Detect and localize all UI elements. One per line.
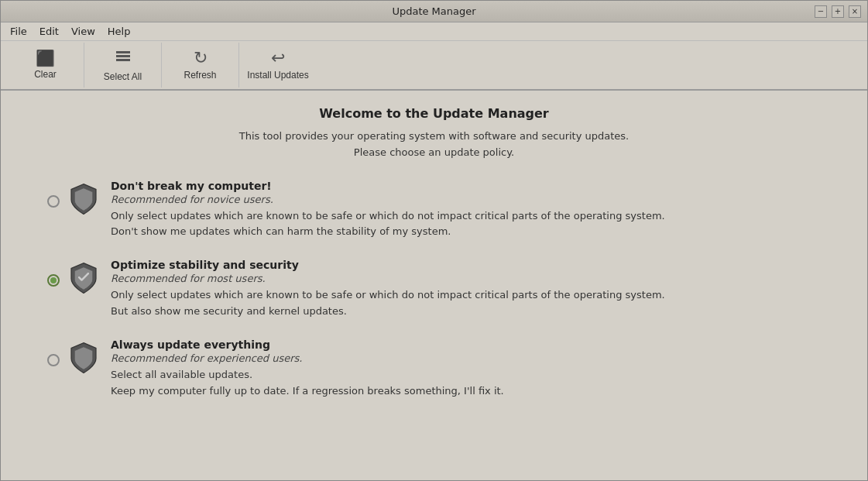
content-area: Welcome to the Update Manager This tool … xyxy=(1,91,867,480)
install-updates-icon: ↩ xyxy=(271,50,285,67)
policy-experienced-desc1: Select all available updates. xyxy=(111,367,821,383)
policy-experienced-text: Always update everything Recommended for… xyxy=(111,338,821,400)
refresh-label: Refresh xyxy=(184,70,216,81)
policy-experienced: Always update everything Recommended for… xyxy=(32,338,836,400)
install-updates-button[interactable]: ↩ Install Updates xyxy=(239,43,317,88)
policy-novice-desc1: Only select updates which are known to b… xyxy=(111,208,821,225)
window-controls: − + × xyxy=(815,5,861,18)
policy-experienced-desc2: Keep my computer fully up to date. If a … xyxy=(111,383,821,400)
select-all-label: Select All xyxy=(104,71,142,82)
policy-most-users-name: Optimize stability and security xyxy=(111,259,821,271)
menubar: File Edit View Help xyxy=(1,22,867,41)
policy-most-users-radio[interactable] xyxy=(47,274,60,287)
svg-rect-0 xyxy=(116,51,130,53)
select-all-button[interactable]: Select All xyxy=(84,43,162,88)
shield-experienced-icon xyxy=(67,342,100,376)
welcome-title: Welcome to the Update Manager xyxy=(32,106,836,121)
clear-icon: ⬛ xyxy=(36,50,55,66)
policy-novice: Don't break my computer! Recommended for… xyxy=(32,180,836,241)
svg-rect-2 xyxy=(116,59,130,61)
shield-most-users-icon xyxy=(67,262,100,297)
welcome-line2: Please choose an update policy. xyxy=(32,145,836,161)
close-button[interactable]: × xyxy=(849,5,861,18)
welcome-section: Welcome to the Update Manager This tool … xyxy=(32,106,836,161)
menu-edit[interactable]: Edit xyxy=(33,24,65,39)
radio-novice[interactable] xyxy=(47,195,60,208)
window-title: Update Manager xyxy=(53,5,815,17)
maximize-button[interactable]: + xyxy=(832,5,844,18)
clear-button[interactable]: ⬛ Clear xyxy=(7,43,84,88)
toolbar: ⬛ Clear Select All ↻ Refresh ↩ Install U… xyxy=(1,41,867,91)
refresh-button[interactable]: ↻ Refresh xyxy=(162,43,239,88)
policy-most-users-desc2: But also show me security and kernel upd… xyxy=(111,304,821,320)
welcome-line1: This tool provides your operating system… xyxy=(32,129,836,145)
update-manager-window: Update Manager − + × File Edit View Help… xyxy=(0,0,868,481)
policy-novice-name: Don't break my computer! xyxy=(111,180,821,192)
policy-most-users-rec: Recommended for most users. xyxy=(111,273,821,284)
refresh-icon: ↻ xyxy=(194,50,208,67)
policy-most-users-text: Optimize stability and security Recommen… xyxy=(111,259,821,320)
radio-most-users-inner xyxy=(50,277,57,283)
radio-experienced[interactable] xyxy=(47,354,60,366)
policy-experienced-radio[interactable] xyxy=(47,354,60,366)
policy-novice-desc2: Don't show me updates which can harm the… xyxy=(111,224,821,240)
menu-help[interactable]: Help xyxy=(101,24,137,39)
select-all-icon xyxy=(115,48,132,68)
policy-experienced-name: Always update everything xyxy=(111,338,821,351)
minimize-button[interactable]: − xyxy=(815,5,827,18)
titlebar: Update Manager − + × xyxy=(1,1,867,22)
install-updates-label: Install Updates xyxy=(247,70,308,81)
policy-novice-radio[interactable] xyxy=(47,195,60,208)
policy-experienced-rec: Recommended for experienced users. xyxy=(111,352,821,364)
policy-most-users-desc1: Only select updates which are known to b… xyxy=(111,287,821,304)
menu-view[interactable]: View xyxy=(65,24,101,39)
menu-file[interactable]: File xyxy=(4,24,33,39)
policy-novice-rec: Recommended for novice users. xyxy=(111,194,821,205)
radio-most-users[interactable] xyxy=(47,274,60,287)
policy-most-users: Optimize stability and security Recommen… xyxy=(32,259,836,320)
shield-novice-icon xyxy=(67,183,100,218)
policy-novice-text: Don't break my computer! Recommended for… xyxy=(111,180,821,241)
clear-label: Clear xyxy=(34,69,57,80)
svg-rect-1 xyxy=(116,55,130,57)
